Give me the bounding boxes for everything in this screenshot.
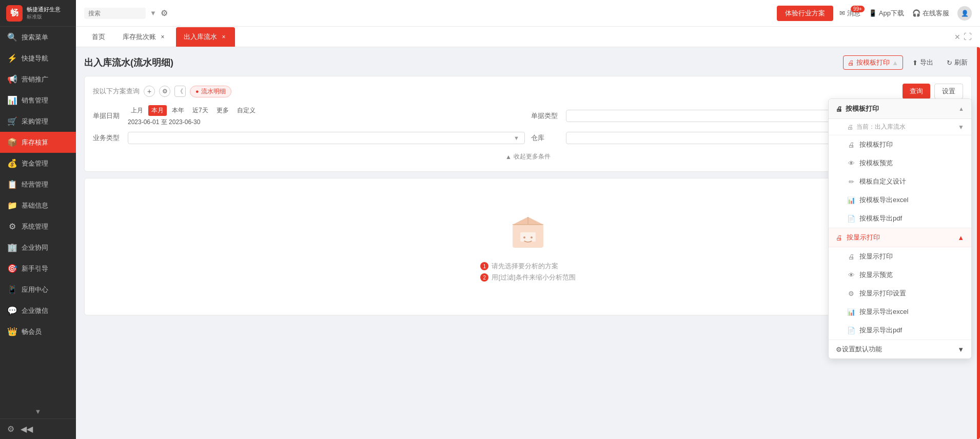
template-export-pdf-icon: 📄 bbox=[847, 215, 855, 223]
page-header: 出入库流水(流水明细) 🖨 按模板打印 ▲ ⬆ 导出 ↻ 刷新 bbox=[84, 55, 972, 70]
purchase-icon: 🛒 bbox=[7, 116, 17, 126]
filter-add-button[interactable]: + bbox=[144, 86, 155, 97]
step2-num: 2 bbox=[480, 273, 488, 282]
sidebar-item-enterprise[interactable]: 🏢 企业协同 bbox=[0, 237, 76, 258]
industry-solution-button[interactable]: 体验行业方案 bbox=[777, 6, 833, 21]
sidebar: 畅 畅捷通好生意 标准版 🔍 搜索菜单 ⚡ 快捷导航 📢 营销推广 📊 销售管理… bbox=[0, 0, 76, 439]
right-edge-bar bbox=[977, 47, 980, 439]
date-tab-this-year[interactable]: 本年 bbox=[169, 105, 187, 116]
tab-in-out-flow[interactable]: 出入库流水 × bbox=[176, 27, 235, 47]
dropdown-title-text: 按模板打印 bbox=[846, 104, 879, 113]
tab-in-out-flow-close[interactable]: × bbox=[220, 33, 227, 41]
date-tab-this-month[interactable]: 本月 bbox=[148, 105, 167, 116]
breadcrumb-dropdown-icon[interactable]: ▼ bbox=[150, 9, 156, 17]
sidebar-search-label: 搜索菜单 bbox=[22, 33, 48, 42]
print-label: 按模板打印 bbox=[856, 58, 890, 67]
breadcrumb-search-input[interactable] bbox=[84, 8, 146, 19]
current-label: 🖨 当前：出入库流水 ▼ bbox=[829, 119, 971, 135]
sidebar-item-search[interactable]: 🔍 搜索菜单 bbox=[0, 27, 76, 48]
sidebar-item-finance[interactable]: 💰 资金管理 bbox=[0, 153, 76, 174]
sidebar-item-marketing[interactable]: 📢 营销推广 bbox=[0, 69, 76, 90]
sidebar-item-inventory[interactable]: 📦 库存核算 bbox=[0, 132, 76, 153]
display-export-pdf-label: 按显示导出pdf bbox=[859, 326, 902, 335]
sidebar-settings-icon[interactable]: ⚙ bbox=[7, 424, 14, 434]
sidebar-item-wechat[interactable]: 💬 企业微信 bbox=[0, 300, 76, 321]
online-service-label: 在线客服 bbox=[923, 9, 949, 18]
date-range-input[interactable]: 2023-06-01 至 2023-06-30 bbox=[128, 118, 525, 127]
message-icon: ✉ bbox=[839, 9, 845, 17]
app-center-label: 应用中心 bbox=[22, 285, 48, 294]
sidebar-collapse-icon[interactable]: ◀◀ bbox=[21, 424, 33, 434]
template-export-excel-icon: 📊 bbox=[847, 196, 855, 204]
template-preview-item[interactable]: 👁 按模板预览 bbox=[829, 154, 971, 172]
dropdown-collapse-icon[interactable]: ▲ bbox=[958, 106, 964, 112]
maximize-tab-button[interactable]: ⛶ bbox=[964, 32, 972, 42]
template-export-pdf-item[interactable]: 📄 按模板导出pdf bbox=[829, 209, 971, 228]
messages-badge: 99+ bbox=[851, 6, 865, 12]
date-tab-more[interactable]: 更多 bbox=[213, 105, 232, 116]
sidebar-item-guide[interactable]: 🎯 新手引导 bbox=[0, 258, 76, 279]
tabbar: 首页 库存批次账 × 出入库流水 × ✕ ⛶ bbox=[76, 27, 980, 47]
display-preview-item[interactable]: 👁 按显示预览 bbox=[829, 266, 971, 284]
warehouse-label: 仓库 bbox=[531, 133, 562, 143]
topbar-gear-button[interactable]: ⚙ bbox=[161, 8, 168, 18]
member-icon: 👑 bbox=[7, 327, 17, 336]
sales-icon: 📊 bbox=[7, 95, 17, 105]
query-button[interactable]: 查询 bbox=[903, 84, 930, 99]
footer-arrow-icon: ▼ bbox=[957, 346, 964, 353]
display-export-excel-item[interactable]: 📊 按显示导出excel bbox=[829, 303, 971, 321]
current-text: 当前：出入库流水 bbox=[856, 123, 906, 131]
display-section-icon: 🖨 bbox=[836, 234, 842, 242]
sidebar-item-sales[interactable]: 📊 销售管理 bbox=[0, 90, 76, 111]
sidebar-item-basic[interactable]: 📁 基础信息 bbox=[0, 195, 76, 216]
app-download-button[interactable]: 📱 App下载 bbox=[869, 9, 904, 18]
date-tabs: 上月 本月 本年 近7天 更多 自定义 bbox=[128, 105, 525, 116]
sidebar-item-system[interactable]: ⚙ 系统管理 bbox=[0, 216, 76, 237]
tab-home[interactable]: 首页 bbox=[84, 27, 113, 47]
online-service-button[interactable]: 🎧 在线客服 bbox=[912, 9, 949, 18]
topbar: ▼ ⚙ 体验行业方案 ✉ 消息 99+ 📱 App下载 🎧 在线客服 👤 bbox=[76, 0, 980, 27]
print-button[interactable]: 🖨 按模板打印 ▲ bbox=[843, 55, 903, 70]
display-export-pdf-item[interactable]: 📄 按显示导出pdf bbox=[829, 321, 971, 340]
display-print-item[interactable]: 🖨 按显示打印 bbox=[829, 247, 971, 266]
export-button[interactable]: ⬆ 导出 bbox=[908, 56, 937, 69]
refresh-button[interactable]: ↻ 刷新 bbox=[943, 56, 972, 69]
date-tab-last-month[interactable]: 上月 bbox=[128, 105, 146, 116]
filter-chip: ● 流水明细 bbox=[190, 86, 231, 97]
app-center-icon: 📱 bbox=[7, 285, 17, 294]
tab-inventory-batch-close[interactable]: × bbox=[159, 33, 166, 41]
filter-field-date: 单据日期 上月 本月 本年 近7天 更多 自定义 2023-06-01 至 20… bbox=[93, 105, 525, 127]
template-design-item[interactable]: ✏ 模板自定义设计 bbox=[829, 172, 971, 191]
date-tab-custom[interactable]: 自定义 bbox=[234, 105, 259, 116]
refresh-icon: ↻ bbox=[947, 59, 952, 67]
template-export-pdf-label: 按模板导出pdf bbox=[859, 214, 902, 223]
sidebar-scroll-down[interactable]: ▼ bbox=[0, 405, 76, 418]
biz-type-select[interactable]: ▼ bbox=[128, 132, 525, 144]
sidebar-item-purchase[interactable]: 🛒 采购管理 bbox=[0, 111, 76, 132]
display-print-settings-item[interactable]: ⚙ 按显示打印设置 bbox=[829, 284, 971, 303]
sidebar-item-member[interactable]: 👑 畅会员 bbox=[0, 321, 76, 342]
settings-query-button[interactable]: 设置 bbox=[934, 84, 963, 99]
filter-collapse-button[interactable]: 《 bbox=[174, 86, 186, 97]
user-avatar[interactable]: 👤 bbox=[957, 6, 972, 21]
sidebar-logo: 畅 畅捷通好生意 标准版 bbox=[0, 0, 76, 27]
template-print-item[interactable]: 🖨 按模板打印 bbox=[829, 135, 971, 154]
display-section-header: 🖨 按显示打印 ▲ bbox=[829, 228, 971, 247]
refresh-label: 刷新 bbox=[954, 58, 968, 67]
avatar-icon: 👤 bbox=[961, 10, 969, 17]
filter-chip-label: 流水明细 bbox=[201, 87, 226, 96]
display-section-collapse-icon[interactable]: ▲ bbox=[957, 234, 964, 242]
date-tab-7days[interactable]: 近7天 bbox=[189, 105, 211, 116]
dropdown-footer-settings[interactable]: ⚙ 设置默认功能 ▼ bbox=[829, 340, 971, 358]
export-icon: ⬆ bbox=[912, 59, 918, 67]
export-label: 导出 bbox=[920, 58, 933, 67]
template-export-excel-item[interactable]: 📊 按模板导出excel bbox=[829, 191, 971, 209]
sidebar-item-operation[interactable]: 📋 经营管理 bbox=[0, 174, 76, 195]
close-all-tabs-button[interactable]: ✕ bbox=[954, 33, 961, 41]
tab-inventory-batch-label: 库存批次账 bbox=[123, 32, 156, 42]
tab-inventory-batch[interactable]: 库存批次账 × bbox=[115, 27, 174, 47]
messages-button[interactable]: ✉ 消息 99+ bbox=[839, 9, 860, 18]
sidebar-item-app-center[interactable]: 📱 应用中心 bbox=[0, 279, 76, 300]
sidebar-item-quick-nav[interactable]: ⚡ 快捷导航 bbox=[0, 48, 76, 69]
filter-settings-button[interactable]: ⚙ bbox=[159, 86, 170, 97]
